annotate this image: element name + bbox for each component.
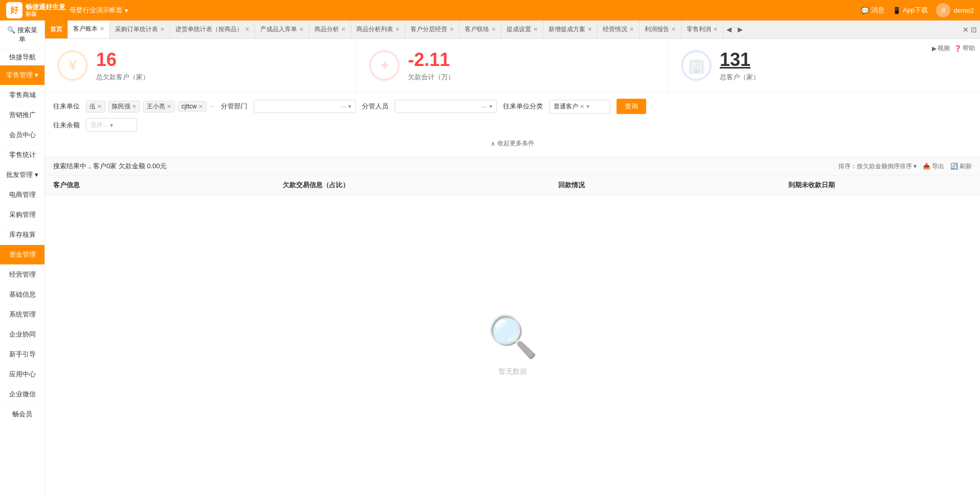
tab-close-icon[interactable]: ✕ [671,26,676,33]
remove-tag-wang[interactable]: ✕ [167,103,171,110]
tab-customer-ledger[interactable]: 客户账本 ✕ [68,20,110,38]
filter-label-category: 往来单位分类 [503,102,543,111]
sidebar-item-purchase[interactable]: 采购管理 [0,205,44,225]
category-tag[interactable]: 普通客户 ✕ [554,102,584,111]
remove-category-tag[interactable]: ✕ [580,103,584,110]
filter-row-2: 往来余额 选择... ▾ [53,118,972,132]
tab-home[interactable]: 首页 [45,20,68,38]
filter-category-select[interactable]: 普通客户 ✕ ▾ [549,100,610,114]
sidebar-item-operations[interactable]: 经营管理 [0,265,44,285]
tab-product-analysis[interactable]: 商品分析 ✕ [309,20,351,38]
chevron-down-icon-person: ▾ [489,103,492,110]
sidebar-item-retail-mall[interactable]: 零售商城 [0,85,44,105]
sidebar-item-app-center[interactable]: 应用中心 [0,365,44,385]
tab-product-analysis-list[interactable]: 商品分析列表 ✕ [351,20,405,38]
tab-operations[interactable]: 经营情况 ✕ [598,20,640,38]
tab-close-icon[interactable]: ✕ [341,26,346,33]
filter-label-balance: 往来余额 [53,121,80,130]
remove-tag-wu[interactable]: ✕ [97,103,102,110]
chevron-down-icon-category: ▾ [586,103,589,110]
tab-close-icon[interactable]: ✕ [533,26,538,33]
stats-row: ▶ 视频 ❓ 帮助 ¥ 16 总欠款客户（家） [45,39,980,93]
sidebar-item-capital[interactable]: 资金管理 [0,245,44,265]
logo-area: 好 畅捷通好生意 标版 [6,2,65,18]
sidebar-item-system[interactable]: 系统管理 [0,305,44,325]
sidebar-item-marketing[interactable]: 营销推广 [0,105,44,125]
stat-number-2: -2.11 [408,49,454,71]
tab-close-icon[interactable]: ✕ [160,26,165,33]
sidebar-item-enterprise-wechat[interactable]: 企业微信 [0,385,44,405]
tab-bar: 首页 客户账本 ✕ 采购订单统计表 ✕ 进货单统计表（按商品） ✕ 产成品入库单… [45,20,980,39]
remove-tag-cjttcw[interactable]: ✕ [198,103,203,110]
filter-tag-chen[interactable]: 陈民强 ✕ [108,101,140,113]
tab-customer-tier[interactable]: 客户分层经营 ✕ [405,20,460,38]
tab-commission-settings[interactable]: 提成设置 ✕ [502,20,543,38]
tab-retail-profit[interactable]: 零售利润 ✕ [681,20,723,38]
sidebar-item-newbie[interactable]: 新手引导 [0,345,44,365]
tab-close-icon[interactable]: ✕ [245,26,249,33]
col-header-repay: 回款情况 [558,181,788,190]
sidebar-item-retail-stats[interactable]: 零售统计 [0,145,44,165]
stat-icon-building: 🏢 [681,50,712,81]
sidebar-item-enterprise-collab[interactable]: 企业协同 [0,325,44,345]
filter-dots-dept[interactable]: ··· [340,102,346,110]
filter-person-select[interactable]: ··· ▾ [395,100,497,113]
query-button[interactable]: 查询 [617,99,646,114]
sidebar-item-inventory[interactable]: 库存核算 [0,225,44,245]
content-area: 首页 客户账本 ✕ 采购订单统计表 ✕ 进货单统计表（按商品） ✕ 产成品入库单… [45,20,980,494]
sidebar-item-wholesale[interactable]: 批发管理 ▾ [0,165,44,185]
results-bar-right: 排序：按欠款金额倒序排序 ▾ 📤 导出 🔄 刷新 [838,162,972,171]
collapse-button[interactable]: ∧ 收起更多条件 [53,136,972,151]
tab-close-all-button[interactable]: ✕ [963,26,969,34]
tab-incoming-stats[interactable]: 进货单统计表（按商品） ✕ [170,20,255,38]
tab-close-icon[interactable]: ✕ [713,26,718,33]
tab-customer-contact[interactable]: 客户联络 ✕ [460,20,502,38]
tab-scroll-right[interactable]: ▶ [735,20,746,38]
stat-card-total-debt-amount: ✦ -2.11 欠款合计（万） [357,39,669,92]
export-button[interactable]: 📤 导出 [923,162,944,171]
filter-more-button[interactable]: ··· [210,103,215,110]
avatar: d [936,3,950,17]
sidebar-search[interactable]: 🔍 搜索菜单 [0,20,44,50]
tab-close-icon[interactable]: ✕ [587,26,592,33]
remove-tag-chen[interactable]: ✕ [132,103,136,110]
filter-tag-cjttcw[interactable]: cjttcw ✕ [178,101,207,111]
message-button[interactable]: 💬 消息 [861,6,884,15]
filter-label-unit: 往来单位 [53,102,80,111]
stat-number-3: 131 [720,49,760,71]
tab-purchase-order-stats[interactable]: 采购订单统计表 ✕ [110,20,170,38]
sort-select[interactable]: 排序：按欠款金额倒序排序 ▾ [838,162,917,171]
filter-dept-select[interactable]: ··· ▾ [254,100,356,113]
tab-close-icon[interactable]: ✕ [491,26,496,33]
sidebar-item-ecommerce[interactable]: 电商管理 [0,185,44,205]
refresh-button[interactable]: 🔄 刷新 [950,162,972,171]
sidebar-item-member-center[interactable]: 会员中心 [0,125,44,145]
tab-profit-report[interactable]: 利润报告 ✕ [640,20,681,38]
top-bar-left: 好 畅捷通好生意 标版 母婴行业演示帐套 ▾ [6,2,128,18]
tab-close-icon[interactable]: ✕ [100,26,104,32]
tab-new-commission-plan[interactable]: 新增提成方案 ✕ [543,20,598,38]
filter-tag-wang[interactable]: 王小亮 ✕ [143,101,175,113]
user-info[interactable]: d demo2 [936,3,974,17]
sidebar: 🔍 搜索菜单 快捷导航 零售管理 ▾ 零售商城 营销推广 会员中心 零售统计 批… [0,20,45,494]
tab-close-icon[interactable]: ✕ [449,26,454,33]
tab-product-inbound[interactable]: 产成品入库单 ✕ [255,20,309,38]
sidebar-item-chang-member[interactable]: 畅会员 [0,405,44,424]
collapse-icon: ∧ [491,140,495,147]
filter-balance-select[interactable]: 选择... ▾ [86,118,137,132]
account-selector[interactable]: 母婴行业演示帐套 ▾ [70,6,128,15]
filter-area: 往来单位 伍 ✕ 陈民强 ✕ 王小亮 ✕ [45,93,980,158]
filter-tag-wu[interactable]: 伍 ✕ [86,101,105,113]
stat-text-1: 16 总欠款客户（家） [96,49,149,82]
app-download-button[interactable]: 📱 App下载 [893,6,928,15]
sidebar-item-base-info[interactable]: 基础信息 [0,285,44,305]
tab-close-icon[interactable]: ✕ [395,26,400,33]
sidebar-quick-nav[interactable]: 快捷导航 [0,50,44,65]
tab-scroll-left[interactable]: ◀ [723,20,735,38]
tab-maximize-button[interactable]: ⊡ [971,26,977,34]
sidebar-item-retail-management[interactable]: 零售管理 ▾ [0,65,44,85]
filter-dots-person[interactable]: ··· [481,102,487,110]
logo-text: 畅捷通好生意 标版 [26,3,65,18]
tab-close-icon[interactable]: ✕ [629,26,634,33]
tab-close-icon[interactable]: ✕ [299,26,304,33]
